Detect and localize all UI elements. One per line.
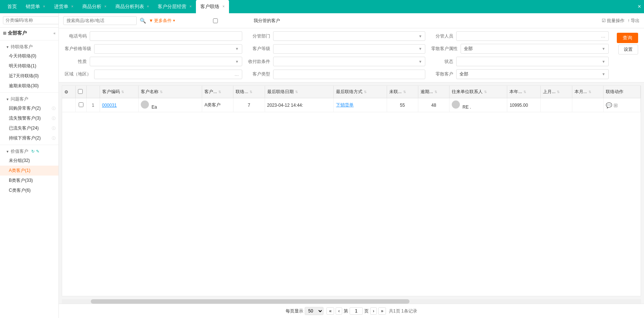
payment-select[interactable]: ▼ (273, 57, 426, 66)
dept-select[interactable]: ▼ (273, 31, 426, 41)
region-input[interactable]: … (94, 70, 242, 79)
th-contact-level[interactable]: 联络...⇅ (233, 86, 265, 98)
filter-row-3: 性质 ▼ 收付款条件 ▼ 状态 (65, 57, 609, 66)
sidebar-search-input[interactable] (3, 16, 59, 24)
my-customers-checkbox[interactable]: 我分管的客户 (179, 18, 280, 24)
last-page-button[interactable]: » (378, 307, 386, 315)
nav-product-list[interactable]: 商品分析列表 × (111, 0, 154, 13)
info-icon-3: ⓘ (52, 126, 56, 131)
customer-avatar (141, 100, 149, 109)
sidebar-item-overdue[interactable]: 逾期未联络(30) (0, 81, 58, 91)
horizontal-scrollbar[interactable] (62, 299, 641, 304)
th-unit-contact[interactable]: 往来单位联系人⇅ (450, 86, 507, 98)
main-search-icon[interactable]: 🔍 (140, 18, 146, 24)
th-last-contact-method[interactable]: 最后联络方式⇅ (334, 86, 387, 98)
sidebar-item-repurchase-abnormal[interactable]: 回购异常客户(2) ⓘ (0, 103, 58, 113)
payment-field: 收付款条件 ▼ (248, 57, 426, 66)
main-search-input[interactable] (63, 16, 137, 25)
page-size-selector: 每页显示 50 10 20 100 (286, 307, 323, 315)
nav-home[interactable]: 首页 (3, 0, 21, 13)
close-purchase-tab[interactable]: × (71, 0, 74, 13)
retail-attr-select[interactable]: 全部▼ (461, 44, 609, 54)
sidebar-item-today[interactable]: 今天待联络(0) (0, 51, 58, 61)
filter-row-2: 客户价格等级 ▼ 客户等级 ▼ 零散客户属性 (65, 44, 609, 54)
nav-customer-contact[interactable]: 客户联络 × (196, 0, 229, 13)
th-name[interactable]: 客户名称⇅ (138, 86, 202, 98)
sidebar-item-churn-warning[interactable]: 流失预警客户(3) ⓘ (0, 113, 58, 123)
data-table-wrap: ⚙ 客户编码⇅ 客户名称⇅ 客户...⇅ 联络...⇅ (62, 85, 641, 296)
more-conditions-button[interactable]: ▼ 更多条件 ▼ (149, 18, 176, 24)
nature-select[interactable]: ▼ (90, 57, 242, 66)
page-navigation: « ‹ 第 页 › » (326, 307, 386, 315)
th-settings[interactable]: ⚙ (62, 86, 75, 98)
nav-product-analysis[interactable]: 商品分析 × (78, 0, 111, 13)
phone-input[interactable] (90, 31, 242, 41)
batch-operation-button[interactable]: ☑ 批量操作 (602, 18, 625, 24)
th-checkbox[interactable] (75, 86, 86, 98)
my-customers-check[interactable] (179, 18, 252, 23)
sidebar-item-b-class[interactable]: B类客户(33) (0, 176, 58, 186)
sidebar-item-ungrouped[interactable]: 未分组(32) (0, 156, 58, 166)
close-all-button[interactable]: × (638, 3, 641, 10)
customer-level-select[interactable]: ▼ (273, 44, 426, 54)
sidebar-collapse-icon[interactable]: « (53, 31, 56, 35)
select-all-checkbox[interactable] (78, 89, 83, 94)
nav-sales[interactable]: 销货单 × (21, 0, 50, 13)
sidebar-item-c-class[interactable]: C类客户(6) (0, 186, 58, 195)
retail-customer-select[interactable]: 全部▼ (456, 69, 609, 79)
close-list-tab[interactable]: × (147, 0, 149, 13)
sort-name-icon: ⇅ (160, 90, 163, 94)
status-select[interactable]: ▼ (456, 57, 609, 66)
th-overdue[interactable]: 逾期...⇅ (418, 86, 449, 98)
close-analysis-tab[interactable]: × (104, 0, 107, 13)
filter-row-1: 电话号码 分管部门 ▼ 分管人员 … (65, 31, 609, 41)
chat-action-icon[interactable]: 💬 (606, 102, 612, 108)
sidebar-item-7days[interactable]: 近7天待联络(0) (0, 71, 58, 81)
th-code[interactable]: 客户编码⇅ (100, 86, 138, 98)
nav-purchase[interactable]: 进货单 × (50, 0, 78, 13)
th-this-year[interactable]: 本年...⇅ (507, 86, 541, 98)
page-size-select[interactable]: 50 10 20 100 (305, 307, 323, 315)
sidebar-item-declining[interactable]: 持续下滑客户(2) ⓘ (0, 133, 58, 143)
th-no-contact[interactable]: 未联...⇅ (387, 86, 418, 98)
info-icon-1: ⓘ (52, 106, 56, 111)
td-checkbox[interactable] (75, 98, 86, 112)
region-field: 区域（地区） … (65, 70, 242, 79)
td-no-contact: 55 (387, 98, 418, 112)
manager-input[interactable]: … (456, 31, 609, 41)
value-group-edit[interactable]: ✎ (36, 149, 39, 154)
next-page-button[interactable]: › (370, 307, 377, 315)
settings-button[interactable]: 设置 (618, 45, 638, 54)
td-last-contact-method: 下销货单 (334, 98, 387, 112)
value-group-refresh[interactable]: ↻ (31, 149, 35, 154)
th-last-contact-date[interactable]: 最后联络日期⇅ (265, 86, 334, 98)
value-customers-group[interactable]: ▼ 价值客户 ↻ ✎ (0, 146, 58, 156)
export-button[interactable]: ↑ 导出 (627, 18, 640, 24)
first-page-button[interactable]: « (326, 307, 334, 315)
query-button[interactable]: 查询 (617, 33, 638, 43)
retail-attr-field: 零散客户属性 全部▼ (431, 44, 609, 54)
prev-page-button[interactable]: ‹ (336, 307, 342, 315)
problem-customers-group[interactable]: ▼ 问题客户 (0, 94, 58, 103)
sidebar-item-a-class[interactable]: A类客户(1) (0, 166, 58, 176)
qr-action-icon[interactable]: ⊞ (613, 102, 618, 108)
nav-customer-segment[interactable]: 客户分层经营 × (153, 0, 196, 13)
pending-contact-group[interactable]: ▼ 待联络客户 (0, 42, 58, 51)
th-this-month[interactable]: 本月...⇅ (572, 86, 603, 98)
sidebar-item-tomorrow[interactable]: 明天待联络(1) (0, 61, 58, 71)
close-contact-tab[interactable]: × (222, 0, 225, 13)
scrollbar-thumb[interactable] (91, 299, 409, 304)
sidebar-item-churned[interactable]: 已流失客户(24) ⓘ (0, 123, 58, 133)
all-customers-header[interactable]: ⊞ 全部客户 « (0, 28, 58, 39)
th-customer-type[interactable]: 客户...⇅ (202, 86, 233, 98)
th-last-month[interactable]: 上月...⇅ (541, 86, 572, 98)
customer-type-input[interactable] (273, 70, 426, 79)
nature-field: 性质 ▼ (65, 57, 242, 66)
td-settings (62, 98, 75, 112)
td-code[interactable]: 000031 (100, 98, 138, 112)
close-segment-tab[interactable]: × (189, 0, 192, 13)
page-number-input[interactable] (350, 307, 363, 315)
price-level-select[interactable]: ▼ (94, 44, 242, 54)
close-sales-tab[interactable]: × (43, 0, 45, 13)
row-checkbox[interactable] (79, 102, 83, 107)
